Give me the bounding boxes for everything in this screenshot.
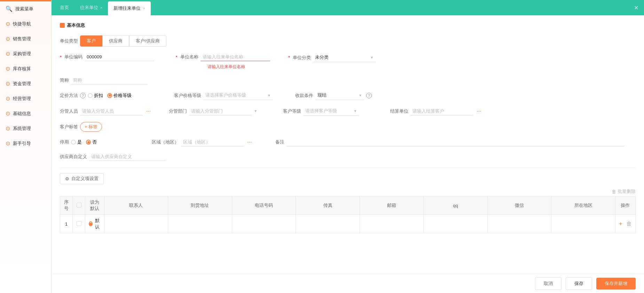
custom-settings-label: 自定义项设置	[71, 176, 99, 182]
sidebar-item-search[interactable]: 🔍 搜索菜单	[0, 1, 51, 16]
tab-units-close[interactable]: ×	[100, 6, 102, 10]
payment-terms-arrow: ▼	[359, 93, 362, 97]
contact-input[interactable]	[108, 220, 165, 228]
add-row-btn[interactable]: +	[619, 221, 622, 227]
payment-help-icon[interactable]: ?	[366, 93, 372, 98]
td-address[interactable]	[168, 215, 232, 233]
email-input[interactable]	[363, 220, 420, 228]
tab-new-unit-close[interactable]: ×	[143, 6, 145, 10]
th-location: 所在地区	[551, 196, 615, 215]
phone-input[interactable]	[236, 220, 292, 228]
region-input[interactable]	[181, 138, 244, 146]
sidebar-item-inventory[interactable]: ⊙ 库存核算	[0, 61, 51, 76]
manager-label: 分管人员	[60, 108, 78, 114]
batch-delete-icon: 🗑	[612, 189, 616, 194]
customer-price-arrow: ▼	[267, 93, 271, 97]
td-fax[interactable]	[296, 215, 360, 233]
unit-category-group: * 单位分类 未分类 ▼	[288, 53, 386, 62]
add-tag-button[interactable]: + 标签	[80, 122, 102, 132]
short-name-input[interactable]	[71, 76, 148, 84]
sidebar-item-basics[interactable]: ⊙ 基础信息	[0, 106, 51, 121]
sidebar-item-label-operations: 经营管理	[13, 96, 31, 102]
purchase-icon: ⊙	[6, 50, 10, 57]
fax-input[interactable]	[299, 220, 356, 228]
sidebar-item-operations[interactable]: ⊙ 经营管理	[0, 91, 51, 106]
region-more-btn[interactable]: ···	[246, 139, 253, 145]
tags-row: 客户标签 + 标签	[60, 122, 636, 132]
cancel-button[interactable]: 取消	[535, 277, 561, 290]
table-row: 1 默认	[60, 215, 636, 233]
type-btn-customer[interactable]: 客户	[80, 35, 102, 47]
radio-yes[interactable]: 是	[71, 139, 82, 145]
sidebar-item-system[interactable]: ⊙ 系统管理	[0, 121, 51, 136]
sidebar-item-label-quick-nav: 快捷导航	[13, 21, 31, 27]
unit-name-label: 单位名称	[180, 54, 198, 60]
pricing-row: 定价方法 ? 折扣 价格等级 客户价格等级 请选择客户价格等级	[60, 91, 636, 100]
td-qq[interactable]	[424, 215, 488, 233]
custom-settings-button[interactable]: ⚙ 自定义项设置	[60, 173, 104, 184]
tab-bar: 首页 往来单位 × 新增往来单位 × ✕	[52, 0, 644, 15]
tab-new-unit[interactable]: 新增往来单位 ×	[108, 1, 150, 15]
save-button[interactable]: 保存	[566, 277, 592, 290]
radio-no-label: 否	[92, 139, 97, 145]
td-email[interactable]	[360, 215, 424, 233]
type-btn-supplier[interactable]: 供应商	[102, 35, 129, 47]
unit-category-select[interactable]: 未分类 ▼	[313, 53, 376, 62]
type-btn-both[interactable]: 客户/供应商	[129, 35, 166, 47]
payment-terms-select[interactable]: 现结 ▼	[315, 91, 364, 100]
header-checkbox[interactable]	[77, 203, 81, 207]
td-contact[interactable]	[104, 215, 168, 233]
address-input[interactable]	[172, 220, 228, 228]
supplier-custom-input[interactable]	[89, 153, 166, 161]
tags-label: 客户标签	[60, 124, 78, 130]
delete-row-btn[interactable]: 🗑	[626, 221, 632, 227]
th-default: 设为默认	[85, 196, 104, 215]
radio-no[interactable]: 否	[86, 139, 97, 145]
pricing-help-icon[interactable]: ?	[80, 93, 86, 98]
unit-code-input[interactable]	[85, 53, 154, 61]
customer-level-label: 客户等级	[283, 108, 301, 114]
payment-terms-group: 收款条件 现结 ▼ ?	[295, 91, 379, 100]
radio-discount-label: 折扣	[94, 92, 103, 99]
radio-level[interactable]: 价格等级	[107, 92, 132, 99]
tab-home[interactable]: 首页	[54, 0, 74, 15]
sidebar-item-finance[interactable]: ⊙ 资金管理	[0, 76, 51, 91]
radio-discount[interactable]: 折扣	[88, 92, 103, 99]
th-action: 操作	[615, 196, 635, 215]
section-title-basic-info: 基本信息	[60, 22, 636, 29]
payment-terms-label: 收款条件	[295, 92, 313, 99]
td-location[interactable]	[551, 215, 615, 233]
location-input[interactable]	[555, 220, 612, 228]
settlement-input[interactable]	[410, 107, 473, 115]
close-window-button[interactable]: ✕	[631, 5, 641, 11]
manager-row: 分管人员 ··· 分管部门 ▼ 客户等级 请选择客户等级 ▼ 结算单位	[60, 106, 636, 116]
th-contact: 联系人	[104, 196, 168, 215]
td-phone[interactable]	[232, 215, 296, 233]
department-input[interactable]	[189, 107, 252, 115]
manager-more-btn[interactable]: ···	[145, 108, 152, 114]
tab-units[interactable]: 往来单位 ×	[74, 0, 108, 15]
td-wechat[interactable]	[487, 215, 551, 233]
settlement-more-btn[interactable]: ···	[475, 108, 482, 114]
pricing-method-label: 定价方法	[60, 92, 78, 99]
th-index: 序号	[60, 196, 73, 215]
sidebar-item-quick-nav[interactable]: ⊙ 快捷导航	[0, 16, 51, 31]
row-checkbox[interactable]	[77, 221, 81, 226]
qq-input[interactable]	[427, 220, 484, 228]
note-input[interactable]	[286, 138, 625, 146]
customer-price-select[interactable]: 请选择客户价格等级 ▼	[203, 91, 273, 100]
th-email: 邮箱	[360, 196, 424, 215]
customer-level-select[interactable]: 请选择客户等级 ▼	[303, 106, 359, 116]
customer-level-arrow: ▼	[353, 109, 357, 113]
manager-input[interactable]	[80, 107, 143, 115]
customer-price-placeholder: 请选择客户价格等级	[205, 92, 266, 98]
save-new-button[interactable]: 保存并新增	[596, 278, 636, 290]
sidebar-item-newbie[interactable]: ⊙ 新手引导	[0, 136, 51, 151]
wechat-input[interactable]	[491, 220, 548, 228]
unit-name-input[interactable]	[201, 53, 270, 61]
payment-terms-value: 现结	[317, 92, 357, 98]
unit-type-label: 单位类型	[60, 38, 78, 44]
sidebar-item-purchase[interactable]: ⊙ 采购管理	[0, 46, 51, 61]
default-radio[interactable]: 默认	[89, 218, 101, 230]
sidebar-item-sales[interactable]: ⊙ 销售管理	[0, 31, 51, 46]
